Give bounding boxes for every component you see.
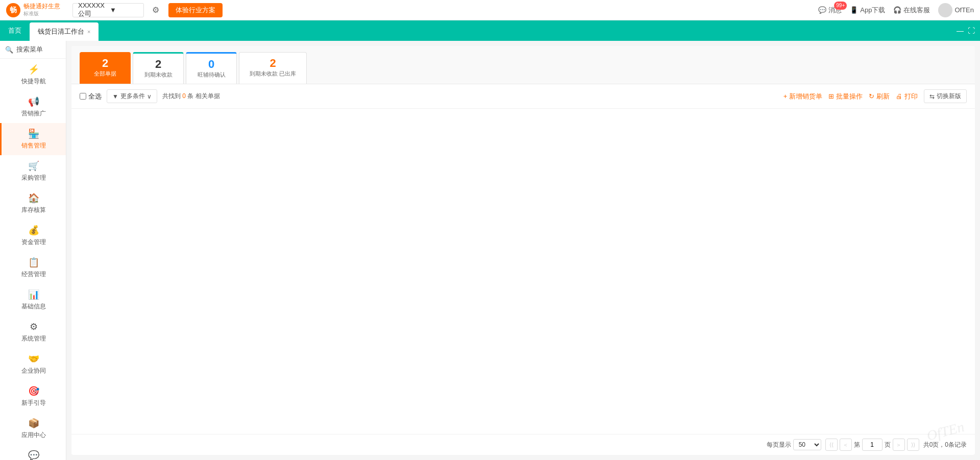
sidebar-item-label-finance: 资金管理 [21,238,46,247]
first-page-button[interactable]: ⟨⟨ [825,439,838,451]
per-page-selector[interactable]: 50 100 200 [793,439,821,450]
sidebar-item-quick-nav[interactable]: ⚡ 快捷导航 [0,59,66,91]
stat-label-shipped: 到期未收款 已出库 [250,70,296,78]
marketing-icon: 📢 [28,96,39,107]
filter-chevron-icon: ∨ [147,93,152,100]
company-name: XXXXXX公司 [78,2,107,18]
sidebar-item-basic-info[interactable]: 📊 基础信息 [0,284,66,316]
sidebar-search[interactable]: 🔍 搜索菜单 [0,41,66,59]
top-bar: 畅 畅捷通好生意 标准版 XXXXXX公司 ▼ ⚙ 体验行业方案 💬 消息 99… [0,0,980,20]
sidebar-item-system[interactable]: ⚙ 系统管理 [0,316,66,348]
main-layout: 🔍 搜索菜单 ⚡ 快捷导航 📢 营销推广 🏪 销售管理 🛒 采购管理 🏠 库存核… [0,41,980,460]
tab-home[interactable]: 首页 [0,20,30,41]
message-badge: 99+ [834,2,847,10]
per-page-label: 每页显示 [767,441,791,449]
sidebar-item-inventory[interactable]: 🏠 库存核算 [0,187,66,220]
select-all-checkbox[interactable]: 全选 [80,92,102,101]
stat-count-shipped: 2 [270,57,276,70]
next-page-button[interactable]: ＞ [893,439,905,451]
stat-tab-overdue[interactable]: 2 到期未收款 [133,52,184,84]
system-icon: ⚙ [30,321,38,332]
enterprise-icon: 🤝 [28,353,39,365]
sidebar-search-label: 搜索菜单 [16,45,43,54]
username-text: OfTEn [954,6,974,14]
app-download-item[interactable]: 📱 App下载 [850,6,885,15]
avatar-item[interactable]: OfTEn [938,3,974,17]
filter-icon: ▼ [112,93,118,100]
app-center-icon: 📦 [28,418,39,429]
stat-tab-wangfu[interactable]: 0 旺辅待确认 [186,52,237,84]
content-inner: 2 全部单据 2 到期未收款 0 旺辅待确认 2 到期未收款 已出库 [71,46,975,455]
basic-info-icon: 📊 [28,289,39,300]
sidebar-item-marketing[interactable]: 📢 营销推广 [0,91,66,123]
refresh-icon: ↻ [869,92,874,100]
new-order-button[interactable]: + 新增销货单 [783,92,822,101]
tab-work-bench[interactable]: 钱货日清工作台 × [30,22,99,41]
wechat-icon: 💬 [28,450,39,460]
prev-page-button[interactable]: ＜ [840,439,852,451]
switch-icon: ⇆ [929,93,935,100]
sidebar-item-label-enterprise: 企业协同 [21,367,46,375]
operations-icon: 📋 [28,257,39,268]
tab-indicator-all [80,53,130,54]
sidebar: 🔍 搜索菜单 ⚡ 快捷导航 📢 营销推广 🏪 销售管理 🛒 采购管理 🏠 库存核… [0,41,66,460]
toolbar: 全选 ▼ 更多条件 ∨ 共找到 0 条 相关单据 + 新增销货单 ⊞ 批量操作 [71,84,975,109]
logo-area: 畅 畅捷通好生意 标准版 [6,3,72,18]
batch-operation-button[interactable]: ⊞ 批量操作 [828,92,863,101]
sales-icon: 🏪 [28,128,39,139]
refresh-button[interactable]: ↻ 刷新 [869,92,890,101]
select-all-label: 全选 [88,92,102,101]
chevron-down-icon: ▼ [110,6,138,14]
logo-icon: 畅 [6,3,20,17]
print-label: 打印 [904,92,918,101]
sidebar-item-wechat[interactable]: 💬 企业微信 [0,445,66,460]
message-item[interactable]: 💬 消息 99+ [818,6,842,15]
stat-label-overdue: 到期未收款 [144,71,173,79]
finance-icon: 💰 [28,225,39,236]
sidebar-item-sales[interactable]: 🏪 销售管理 [0,123,66,155]
tab-bar-actions: — ⛶ [957,27,980,35]
sidebar-item-guide[interactable]: 🎯 新手引导 [0,380,66,413]
app-download-icon: 📱 [850,6,858,14]
tab-minimize-icon[interactable]: — [957,27,964,35]
company-selector[interactable]: XXXXXX公司 ▼ [72,3,144,17]
tab-close-icon[interactable]: × [87,29,90,35]
print-icon: 🖨 [896,92,902,100]
select-all-input[interactable] [80,93,86,100]
found-count: 0 [182,92,186,100]
sidebar-item-label-operations: 经营管理 [21,270,46,279]
page-suffix: 页 [885,441,891,449]
sidebar-item-purchase[interactable]: 🛒 采购管理 [0,155,66,187]
trial-button[interactable]: 体验行业方案 [168,3,223,17]
total-records: 共0页，0条记录 [923,441,967,449]
sidebar-item-label-marketing: 营销推广 [21,109,46,118]
sidebar-item-label-sales: 销售管理 [21,141,46,150]
sidebar-item-label-quick-nav: 快捷导航 [21,77,46,86]
sidebar-item-label-system: 系统管理 [21,334,46,343]
stat-tab-all[interactable]: 2 全部单据 [80,52,131,84]
sidebar-item-operations[interactable]: 📋 经营管理 [0,252,66,284]
toolbar-right: + 新增销货单 ⊞ 批量操作 ↻ 刷新 🖨 打印 ⇆ [783,89,967,103]
print-button[interactable]: 🖨 打印 [896,92,918,101]
batch-label: 批量操作 [836,92,863,101]
sidebar-item-finance[interactable]: 💰 资金管理 [0,220,66,252]
settings-icon[interactable]: ⚙ [148,3,163,18]
sidebar-item-label-purchase: 采购管理 [21,174,46,182]
sidebar-item-app-center[interactable]: 📦 应用中心 [0,413,66,445]
refresh-label: 刷新 [876,92,890,101]
online-service-item[interactable]: 🎧 在线客服 [893,6,930,15]
app-download-label: App下载 [860,6,885,15]
tab-maximize-icon[interactable]: ⛶ [968,27,975,35]
purchase-icon: 🛒 [28,160,39,172]
switch-version-button[interactable]: ⇆ 切换新版 [924,89,967,103]
last-page-button[interactable]: ⟩⟩ [907,439,919,451]
filter-button[interactable]: ▼ 更多条件 ∨ [107,89,157,103]
online-service-icon: 🎧 [893,6,901,14]
logo-text: 畅捷通好生意 [23,3,60,11]
stat-count-wangfu: 0 [208,58,214,71]
switch-label: 切换新版 [937,92,961,101]
content-area: 2 全部单据 2 到期未收款 0 旺辅待确认 2 到期未收款 已出库 [66,41,980,460]
page-input[interactable] [862,439,883,451]
stat-tab-shipped[interactable]: 2 到期未收款 已出库 [239,52,307,84]
sidebar-item-enterprise[interactable]: 🤝 企业协同 [0,348,66,380]
